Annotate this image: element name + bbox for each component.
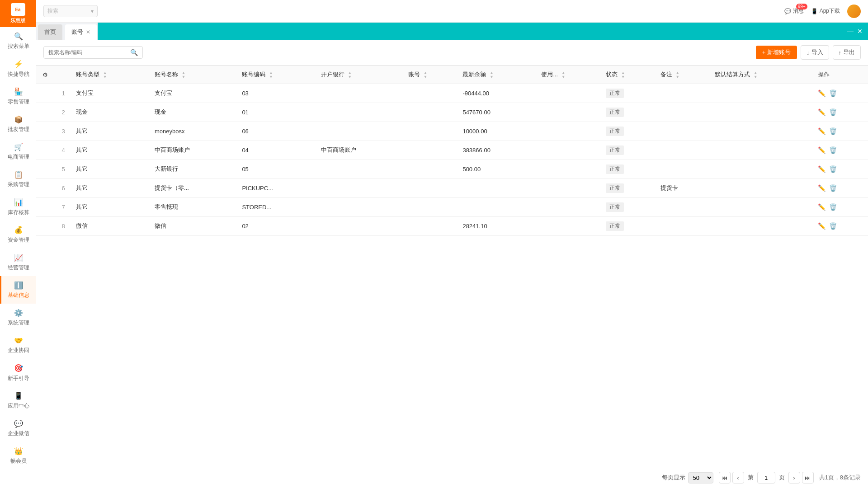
row-account-code: 04 xyxy=(238,141,317,160)
col-account-name[interactable]: 账号名称 ▲▼ xyxy=(151,66,238,84)
app-center-icon: 📱 xyxy=(14,391,23,401)
col-bank[interactable]: 开户银行 ▲▼ xyxy=(317,66,405,84)
sidebar-item-vip-member[interactable]: 👑 畅会员 xyxy=(0,442,36,469)
action-buttons: ✏️ 🗑️ xyxy=(818,127,864,135)
table-row: 6 其它 提货卡（零... PICKUPC... 正常 提货卡 ✏️ 🗑️ xyxy=(36,178,868,197)
sidebar-item-purchase-mgmt[interactable]: 📋 采购管理 xyxy=(0,165,36,193)
col-remark[interactable]: 备注 ▲▼ xyxy=(657,66,711,84)
next-page-button[interactable]: › xyxy=(788,472,800,483)
row-account-name: 提货卡（零... xyxy=(151,178,238,197)
page-number-input[interactable] xyxy=(757,472,775,483)
header-search-box[interactable]: 搜索 ▾ xyxy=(43,5,98,17)
delete-button[interactable]: 🗑️ xyxy=(829,89,837,97)
sidebar-item-corp-wechat[interactable]: 💬 企业微信 xyxy=(0,414,36,442)
tab-account-close-icon[interactable]: ✕ xyxy=(86,29,90,35)
vip-member-icon: 👑 xyxy=(14,446,23,456)
row-index: 6 xyxy=(54,178,72,197)
col-settings[interactable]: ⚙ xyxy=(36,66,54,84)
sidebar-item-label: 企业微信 xyxy=(8,430,29,437)
row-usage xyxy=(538,103,602,122)
pagination: ⏮ ‹ 第 页 › ⏭ 共1页，8条记录 xyxy=(719,472,861,483)
row-remark xyxy=(657,160,711,178)
import-button[interactable]: ↓ 导入 xyxy=(801,45,829,60)
row-default-settlement xyxy=(711,84,814,103)
tab-account[interactable]: 账号 ✕ xyxy=(65,24,97,40)
row-status: 正常 xyxy=(602,84,656,103)
sidebar-item-sys-mgmt[interactable]: ⚙️ 系统管理 xyxy=(0,304,36,331)
delete-button[interactable]: 🗑️ xyxy=(829,184,837,192)
row-index: 3 xyxy=(54,122,72,141)
window-close-icon[interactable]: ✕ xyxy=(857,28,863,35)
delete-button[interactable]: 🗑️ xyxy=(829,203,837,211)
row-bank xyxy=(317,122,405,141)
row-account-type: 其它 xyxy=(72,141,151,160)
col-status[interactable]: 状态 ▲▼ xyxy=(602,66,656,84)
per-page-select[interactable]: 50 20 100 xyxy=(688,472,713,483)
quick-nav-icon: ⚡ xyxy=(14,59,23,69)
table-search-box[interactable]: 🔍 xyxy=(43,46,143,59)
edit-button[interactable]: ✏️ xyxy=(818,108,826,116)
sys-icon: ⚙️ xyxy=(14,308,23,318)
col-default-settlement[interactable]: 默认结算方式 ▲▼ xyxy=(711,66,814,84)
edit-button[interactable]: ✏️ xyxy=(818,127,826,135)
row-action: ✏️ 🗑️ xyxy=(814,103,868,122)
table-search-icon[interactable]: 🔍 xyxy=(130,49,138,56)
sidebar: Ea 乐惠版 🔍 搜索菜单 ⚡ 快捷导航 🏪 零售管理 📦 批发管理 🛒 电商管… xyxy=(0,0,36,488)
app-download-label: App下载 xyxy=(820,7,840,15)
window-minimize-icon[interactable]: — xyxy=(847,28,854,35)
ops-icon: 📈 xyxy=(14,253,23,263)
sidebar-item-label: 企业协同 xyxy=(8,347,29,354)
sidebar-item-new-guide[interactable]: 🎯 新手引导 xyxy=(0,359,36,386)
add-account-button[interactable]: + 新增账号 xyxy=(756,46,797,59)
delete-button[interactable]: 🗑️ xyxy=(829,127,837,135)
row-action: ✏️ 🗑️ xyxy=(814,216,868,235)
message-button[interactable]: 💬 消息 99+ xyxy=(784,7,804,15)
edit-button[interactable]: ✏️ xyxy=(818,184,826,192)
sidebar-item-inventory[interactable]: 📊 库存核算 xyxy=(0,193,36,221)
edit-button[interactable]: ✏️ xyxy=(818,146,826,154)
delete-button[interactable]: 🗑️ xyxy=(829,108,837,116)
status-badge: 正常 xyxy=(606,202,624,212)
row-bank xyxy=(317,216,405,235)
row-account-name: 支付宝 xyxy=(151,84,238,103)
sidebar-item-corp-agreement[interactable]: 🤝 企业协同 xyxy=(0,331,36,359)
col-latest-balance[interactable]: 最新余额 ▲▼ xyxy=(459,66,538,84)
col-account-type[interactable]: 账号类型 ▲▼ xyxy=(72,66,151,84)
per-page-selector[interactable]: 每页显示 50 20 100 xyxy=(662,472,713,483)
sidebar-item-app-center[interactable]: 📱 应用中心 xyxy=(0,386,36,414)
app-download-button[interactable]: 📱 App下载 xyxy=(811,7,840,15)
delete-button[interactable]: 🗑️ xyxy=(829,146,837,154)
table-footer: 每页显示 50 20 100 ⏮ ‹ 第 页 › ⏭ 共1页，8条记录 xyxy=(36,467,868,488)
sidebar-item-basic-info[interactable]: ℹ️ 基础信息 xyxy=(0,276,36,304)
tab-home[interactable]: 首页 xyxy=(38,24,62,40)
edit-button[interactable]: ✏️ xyxy=(818,203,826,211)
table-row: 3 其它 moneybosx 06 10000.00 正常 ✏️ 🗑️ xyxy=(36,122,868,141)
sidebar-item-wholesale-mgmt[interactable]: 📦 批发管理 xyxy=(0,110,36,138)
sidebar-item-search-menu[interactable]: 🔍 搜索菜单 xyxy=(0,27,36,55)
row-remark xyxy=(657,103,711,122)
edit-button[interactable]: ✏️ xyxy=(818,222,826,230)
prev-page-button[interactable]: ‹ xyxy=(732,472,744,483)
col-usage[interactable]: 使用... ▲▼ xyxy=(538,66,602,84)
col-account-num[interactable]: 账号 ▲▼ xyxy=(405,66,459,84)
finance-icon: 💰 xyxy=(14,225,23,235)
sidebar-item-ecom-mgmt[interactable]: 🛒 电商管理 xyxy=(0,138,36,165)
first-page-button[interactable]: ⏮ xyxy=(719,472,731,483)
delete-button[interactable]: 🗑️ xyxy=(829,165,837,173)
sidebar-item-finance-mgmt[interactable]: 💰 资金管理 xyxy=(0,221,36,248)
edit-button[interactable]: ✏️ xyxy=(818,165,826,173)
export-button[interactable]: ↑ 导出 xyxy=(833,45,861,60)
row-account-type: 其它 xyxy=(72,160,151,178)
sidebar-item-retail-mgmt[interactable]: 🏪 零售管理 xyxy=(0,82,36,110)
delete-button[interactable]: 🗑️ xyxy=(829,222,837,230)
last-page-button[interactable]: ⏭ xyxy=(802,472,814,483)
col-account-code[interactable]: 账号编码 ▲▼ xyxy=(238,66,317,84)
sidebar-item-quick-nav[interactable]: ⚡ 快捷导航 xyxy=(0,55,36,82)
table-search-input[interactable] xyxy=(48,49,127,56)
sidebar-item-ops-mgmt[interactable]: 📈 经营管理 xyxy=(0,249,36,276)
row-account-num xyxy=(405,216,459,235)
edit-button[interactable]: ✏️ xyxy=(818,89,826,97)
user-avatar[interactable] xyxy=(847,5,861,18)
sidebar-item-label: 畅会员 xyxy=(10,457,27,465)
row-account-name: 现金 xyxy=(151,103,238,122)
